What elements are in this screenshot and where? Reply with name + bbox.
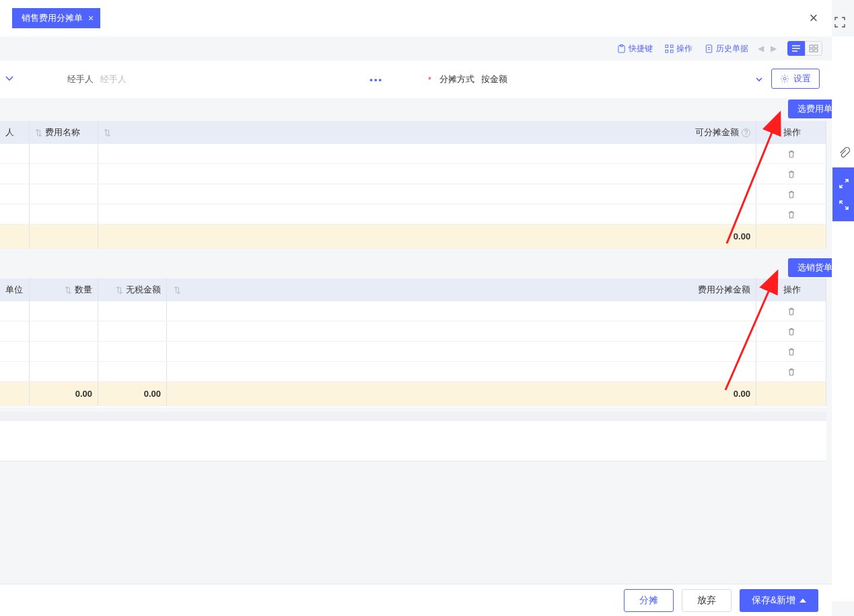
view-toggle [787, 41, 822, 56]
table-sum-row: 0.00 [0, 225, 826, 249]
field-handler: 经手人 经手人 ••• [67, 70, 383, 89]
svg-rect-5 [670, 50, 673, 52]
svg-rect-7 [810, 45, 813, 48]
svg-point-11 [783, 77, 786, 80]
sum-notax: 0.00 [98, 382, 167, 406]
sort-icon[interactable]: ⇅ [104, 128, 111, 138]
trash-icon[interactable] [787, 327, 796, 336]
table-row[interactable] [0, 362, 826, 382]
sales-table: 单位 ⇅数量 ⇅无税金额 ⇅ 费用分摊金额 操作 [0, 278, 826, 408]
required-star-icon: * [428, 75, 431, 85]
sales-table-header: 单位 ⇅数量 ⇅无税金额 ⇅ 费用分摊金额 操作 [0, 278, 826, 301]
footer-actions: 分摊 放弃 保存&新增 [0, 584, 832, 616]
method-value: 按金额 [481, 73, 507, 85]
discard-button[interactable]: 放弃 [682, 589, 732, 612]
right-rail [832, 36, 854, 601]
table-row[interactable] [0, 144, 826, 164]
sort-icon[interactable]: ⇅ [174, 285, 181, 295]
col-qty[interactable]: ⇅数量 [30, 278, 98, 301]
tab-active[interactable]: 销售费用分摊单 × [12, 8, 100, 28]
doc-icon [705, 44, 713, 53]
toolbar: 快捷键 操作 历史单据 ◀ ▶ [0, 36, 832, 61]
col-notax[interactable]: ⇅无税金额 [98, 278, 167, 301]
fullscreen-icon[interactable] [830, 12, 850, 32]
attachment-icon[interactable] [835, 144, 853, 161]
caret-up-icon [799, 599, 806, 603]
ellipsis-icon[interactable]: ••• [369, 75, 383, 85]
trash-icon[interactable] [787, 169, 796, 179]
tab-close-icon[interactable]: × [88, 13, 94, 24]
trash-icon[interactable] [787, 367, 796, 377]
expand-in-icon [838, 199, 850, 211]
method-select[interactable]: 按金额 [481, 70, 764, 89]
collapse-toggle-icon[interactable] [4, 73, 16, 85]
expense-table-header: 人 ⇅费用名称 ⇅ 可分摊金额 ? 操作 [0, 121, 826, 144]
trash-icon[interactable] [787, 210, 796, 219]
expense-table: 人 ⇅费用名称 ⇅ 可分摊金额 ? 操作 [0, 121, 826, 247]
svg-rect-6 [706, 44, 711, 52]
tab-title: 销售费用分摊单 [22, 12, 83, 24]
col-expense-name[interactable]: ⇅费用名称 [30, 121, 98, 144]
svg-rect-2 [666, 44, 668, 47]
divider-bar [0, 412, 826, 421]
settings-button[interactable]: 设置 [771, 69, 820, 89]
view-card-icon[interactable] [805, 41, 822, 56]
rail-expand-panel[interactable] [832, 167, 854, 221]
handler-label: 经手人 [67, 73, 94, 85]
svg-rect-3 [670, 44, 673, 47]
sum-allocatable: 0.00 [98, 225, 756, 248]
col-allocatable-amount[interactable]: ⇅ 可分摊金额 ? [98, 121, 756, 144]
sum-qty: 0.00 [30, 382, 98, 406]
toolbar-operate[interactable]: 操作 [661, 41, 697, 56]
col-partial[interactable]: 人 [0, 121, 30, 144]
view-list-icon[interactable] [787, 41, 805, 56]
col-ops: 操作 [756, 121, 826, 144]
table-sum-row: 0.00 0.00 0.00 [0, 382, 826, 406]
handler-placeholder: 经手人 [100, 73, 127, 85]
info-icon[interactable]: ? [742, 128, 750, 137]
trash-icon[interactable] [787, 307, 796, 316]
form-row: 经手人 经手人 ••• * 分摊方式 按金额 设置 [0, 61, 832, 98]
toolbar-shortcut[interactable]: 快捷键 [613, 41, 657, 56]
method-label: 分摊方式 [439, 73, 474, 85]
trash-icon[interactable] [787, 149, 796, 159]
sum-alloc: 0.00 [167, 382, 756, 406]
handler-input[interactable]: 经手人 ••• [100, 70, 383, 89]
table-row[interactable] [0, 321, 826, 342]
svg-rect-4 [666, 50, 668, 52]
toolbar-history[interactable]: 历史单据 [701, 41, 752, 56]
chevron-down-icon[interactable] [754, 75, 764, 84]
table-row[interactable] [0, 164, 826, 184]
sort-icon[interactable]: ⇅ [35, 128, 42, 138]
col-alloc-amount[interactable]: ⇅ 费用分摊金额 [167, 278, 756, 301]
clipboard-icon [617, 44, 626, 53]
field-method: * 分摊方式 按金额 [428, 70, 764, 89]
col-unit[interactable]: 单位 [0, 278, 30, 301]
table-row[interactable] [0, 204, 826, 225]
history-prev-icon[interactable]: ◀ [756, 44, 765, 53]
gear-icon [780, 74, 789, 83]
close-panel-button[interactable]: × [804, 8, 824, 28]
svg-rect-8 [814, 45, 818, 48]
sort-icon[interactable]: ⇅ [116, 285, 123, 295]
trash-icon[interactable] [787, 190, 796, 199]
save-and-new-button[interactable]: 保存&新增 [740, 589, 818, 612]
trash-icon[interactable] [787, 347, 796, 356]
col-ops: 操作 [756, 278, 826, 301]
table-row[interactable] [0, 342, 826, 362]
grid-icon [665, 44, 674, 53]
svg-rect-9 [810, 49, 813, 52]
table-row[interactable] [0, 184, 826, 204]
sort-icon[interactable]: ⇅ [65, 285, 72, 295]
table-row[interactable] [0, 301, 826, 321]
tab-bar: 销售费用分摊单 × × [0, 0, 832, 36]
history-next-icon[interactable]: ▶ [769, 44, 778, 53]
notes-panel [0, 421, 826, 461]
expand-out-icon [838, 178, 850, 190]
svg-rect-10 [814, 49, 818, 52]
allocate-button[interactable]: 分摊 [624, 589, 674, 612]
